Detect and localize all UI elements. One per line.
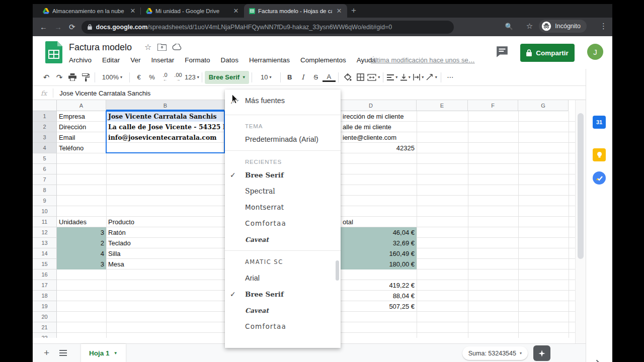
menu-scrollbar-thumb[interactable] bbox=[336, 260, 339, 281]
format-percent-button[interactable]: % bbox=[145, 71, 158, 83]
document-title[interactable]: Factura modelo bbox=[69, 42, 132, 53]
cell-B15[interactable]: Mesa bbox=[106, 259, 225, 269]
vertical-align-button[interactable]: ▾ bbox=[399, 71, 412, 83]
address-bar[interactable]: docs.google.com/spreadsheets/d/1uoV4mLNj… bbox=[82, 21, 454, 34]
borders-button[interactable] bbox=[354, 71, 367, 83]
browser-tab-1[interactable]: Almacenamiento en la nube pa ✕ bbox=[38, 4, 141, 18]
strikethrough-button[interactable]: S bbox=[309, 71, 323, 83]
row-header-14[interactable]: 14 bbox=[33, 248, 57, 259]
row-header-19[interactable]: 19 bbox=[33, 301, 57, 312]
zoom-select[interactable]: 100%▾ bbox=[98, 71, 127, 83]
back-icon[interactable]: ← bbox=[40, 23, 47, 31]
cell-A3[interactable]: Email bbox=[57, 132, 106, 143]
bookmark-star-icon[interactable]: ☆ bbox=[526, 22, 533, 31]
row-header-10[interactable]: 10 bbox=[33, 206, 57, 217]
row-header-2[interactable]: 2 bbox=[33, 122, 57, 132]
column-header-A[interactable]: A bbox=[57, 100, 106, 111]
menu-herramientas[interactable]: Herramientas bbox=[249, 56, 290, 64]
add-sheet-button[interactable]: + bbox=[44, 347, 49, 358]
column-header-G[interactable]: G bbox=[518, 100, 569, 111]
all-sheets-icon[interactable] bbox=[59, 350, 67, 356]
row-header-7[interactable]: 7 bbox=[33, 174, 57, 185]
column-header-E[interactable]: E bbox=[417, 100, 468, 111]
font-item-caveat[interactable]: Caveat bbox=[225, 231, 341, 247]
font-item-arial[interactable]: Arial bbox=[225, 270, 341, 286]
text-color-button[interactable]: A bbox=[323, 73, 336, 82]
vertical-scrollbar[interactable]: ▲ ▼ bbox=[575, 100, 586, 362]
row-header-15[interactable]: 15 bbox=[33, 259, 57, 269]
sum-status-pill[interactable]: Suma: 53243545▾ bbox=[462, 346, 528, 360]
horizontal-align-button[interactable]: ▾ bbox=[386, 71, 399, 83]
sheet-tab-menu-icon[interactable]: ▼ bbox=[114, 351, 118, 355]
last-modified-link[interactable]: Última modificación hace unos se… bbox=[371, 56, 479, 64]
print-button[interactable] bbox=[66, 71, 79, 83]
hide-panel-chevron-icon[interactable] bbox=[595, 359, 601, 362]
paint-format-button[interactable] bbox=[79, 71, 92, 83]
column-header-F[interactable]: F bbox=[468, 100, 518, 111]
menu-archivo[interactable]: Archivo bbox=[69, 56, 92, 64]
cell-A13[interactable]: 2 bbox=[57, 238, 106, 248]
row-header-8[interactable]: 8 bbox=[33, 185, 57, 196]
menu-ver[interactable]: Ver bbox=[130, 56, 140, 64]
row-header-1[interactable]: 1 bbox=[33, 111, 57, 122]
row-header-3[interactable]: 3 bbox=[33, 132, 57, 143]
formula-input[interactable]: Jose Vicente Carratala Sanchis bbox=[59, 89, 150, 97]
text-wrap-button[interactable]: ▾ bbox=[412, 71, 425, 83]
font-item-montserrat[interactable]: Montserrat bbox=[225, 199, 341, 215]
number-format-button[interactable]: 123▾ bbox=[185, 71, 199, 83]
menu-complementos[interactable]: Complementos bbox=[300, 56, 346, 64]
cell-A15[interactable]: 3 bbox=[57, 259, 106, 269]
row-header-21[interactable]: 21 bbox=[33, 322, 57, 333]
zoom-icon[interactable]: 🔍 bbox=[505, 23, 513, 30]
row-header-20[interactable]: 20 bbox=[33, 312, 57, 322]
cell-A4[interactable]: Teléfono bbox=[57, 143, 106, 153]
cell-A12[interactable]: 3 bbox=[57, 227, 106, 238]
cell-A2[interactable]: Dirección bbox=[57, 122, 106, 132]
row-header-12[interactable]: 12 bbox=[33, 227, 57, 238]
menu-insertar[interactable]: Insertar bbox=[151, 56, 175, 64]
cell-B2[interactable]: La calle de Jose Vicente - 54325 Poblaci… bbox=[106, 122, 225, 132]
move-folder-icon[interactable] bbox=[157, 44, 167, 51]
row-header-5[interactable]: 5 bbox=[33, 153, 57, 164]
more-fonts-item[interactable]: A+ Más fuentes bbox=[225, 89, 341, 112]
avatar[interactable]: J bbox=[587, 44, 603, 60]
vertical-scrollbar-thumb[interactable] bbox=[578, 113, 584, 259]
menu-datos[interactable]: Datos bbox=[221, 56, 238, 64]
cell-B3[interactable]: info@josevicentecarratala.com bbox=[106, 132, 225, 143]
row-header-18[interactable]: 18 bbox=[33, 291, 57, 301]
font-item-bree-serif[interactable]: ✓Bree Serif bbox=[225, 167, 341, 183]
share-button[interactable]: Compartir bbox=[520, 44, 575, 62]
reload-icon[interactable]: ⟳ bbox=[69, 23, 75, 32]
font-item-amatic-sc[interactable]: Amatic SC bbox=[225, 254, 341, 270]
kebab-menu-icon[interactable]: ⋮ bbox=[600, 22, 607, 31]
cell-D1[interactable]: irección de mi cliente bbox=[341, 111, 417, 122]
forward-icon[interactable]: → bbox=[54, 23, 62, 31]
cell-B12[interactable]: Ratón bbox=[106, 227, 225, 238]
row-header-4[interactable]: 4 bbox=[33, 143, 57, 153]
cloud-status-icon[interactable] bbox=[172, 44, 182, 51]
browser-tab-active[interactable]: Factura modelo - Hojas de cálc ✕ bbox=[244, 4, 347, 18]
comment-button[interactable] bbox=[496, 45, 509, 60]
close-icon[interactable]: ✕ bbox=[129, 7, 137, 15]
cell-A11[interactable]: Unidades bbox=[57, 217, 106, 227]
cell-D2[interactable]: alle de mi cliente bbox=[341, 122, 417, 132]
bold-button[interactable]: B bbox=[283, 71, 296, 83]
close-icon[interactable]: ✕ bbox=[232, 7, 240, 15]
row-header-6[interactable]: 6 bbox=[33, 164, 57, 174]
italic-button[interactable]: I bbox=[296, 71, 309, 83]
close-icon[interactable]: ✕ bbox=[335, 7, 343, 15]
font-item-caveat[interactable]: Caveat bbox=[225, 302, 341, 318]
text-rotation-button[interactable]: ▾ bbox=[425, 71, 438, 83]
row-header-16[interactable]: 16 bbox=[33, 269, 57, 280]
font-size-select[interactable]: 10▾ bbox=[255, 71, 278, 83]
font-item-spectral[interactable]: Spectral bbox=[225, 183, 341, 199]
font-item-predeterminada-arial-[interactable]: Predeterminada (Arial) bbox=[225, 131, 341, 147]
format-currency-button[interactable]: € bbox=[132, 71, 145, 83]
more-toolbar-button[interactable]: ⋯ bbox=[444, 71, 457, 83]
keep-icon[interactable] bbox=[593, 148, 606, 161]
calendar-icon[interactable]: 31 bbox=[593, 116, 606, 129]
font-item-bree-serif[interactable]: ✓Bree Serif bbox=[225, 286, 341, 302]
menu-formato[interactable]: Formato bbox=[185, 56, 210, 64]
decrease-decimal-button[interactable]: .0← bbox=[158, 71, 172, 83]
browser-tab-2[interactable]: Mi unidad - Google Drive ✕ bbox=[141, 4, 244, 18]
